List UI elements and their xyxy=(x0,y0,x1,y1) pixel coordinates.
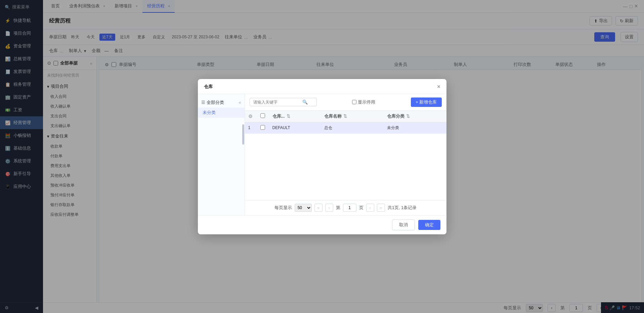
add-warehouse-button[interactable]: + 新增仓库 xyxy=(411,97,441,107)
last-page-btn[interactable]: » xyxy=(377,204,385,212)
modal-search-input[interactable] xyxy=(253,100,300,105)
th-category[interactable]: 仓库分类 ⇅ xyxy=(384,111,446,122)
page-size-select[interactable]: 50 10 20 100 xyxy=(295,204,312,212)
td-row-num: 1 xyxy=(245,122,257,133)
show-disabled-label[interactable]: 显示停用 xyxy=(352,99,375,105)
th-settings-icon: ⚙ xyxy=(248,114,253,119)
th-code-sort[interactable]: ⇅ xyxy=(287,114,290,119)
modal-right-panel: 🔍 显示停用 + 新增仓库 ⚙ xyxy=(245,94,446,215)
modal-search-icon: 🔍 xyxy=(302,100,308,105)
td-code: DEFAULT xyxy=(269,122,321,133)
modal-left-collapse-icon[interactable]: « xyxy=(239,100,241,105)
next-page-btn[interactable]: › xyxy=(366,204,374,212)
page-input[interactable] xyxy=(343,204,356,212)
page-label: 第 xyxy=(336,205,340,211)
confirm-button[interactable]: 确定 xyxy=(418,220,440,230)
th-settings[interactable]: ⚙ xyxy=(245,111,257,122)
modal-toolbar: 🔍 显示停用 + 新增仓库 xyxy=(245,94,446,111)
all-category-label: 全部分类 xyxy=(207,100,224,106)
page-suffix: 页 xyxy=(359,205,363,211)
th-category-label: 仓库分类 xyxy=(387,114,404,119)
modal-left-panel: ☰ 全部分类 « 未分类 xyxy=(198,94,245,215)
th-category-sort[interactable]: ⇅ xyxy=(406,114,410,119)
th-name-sort[interactable]: ⇅ xyxy=(343,114,347,119)
warehouse-table: ⚙ 仓库... ⇅ 仓库名称 ⇅ xyxy=(245,111,446,134)
first-page-btn[interactable]: « xyxy=(314,204,323,212)
td-category: 未分类 xyxy=(384,122,446,133)
modal-body: ☰ 全部分类 « 未分类 🔍 显示停用 xyxy=(198,94,446,215)
th-name[interactable]: 仓库名称 ⇅ xyxy=(321,111,384,122)
row-checkbox[interactable] xyxy=(260,125,265,130)
modal-table: ⚙ 仓库... ⇅ 仓库名称 ⇅ xyxy=(245,111,446,200)
show-disabled-text: 显示停用 xyxy=(358,99,375,105)
table-header: ⚙ 仓库... ⇅ 仓库名称 ⇅ xyxy=(245,111,446,122)
uncategorized-label: 未分类 xyxy=(203,110,216,115)
th-name-label: 仓库名称 xyxy=(324,114,342,119)
th-code-label: 仓库... xyxy=(272,114,285,119)
warehouse-modal: 仓库 × ☰ 全部分类 « 未分类 xyxy=(198,79,446,234)
table-row[interactable]: 1 DEFAULT 总仓 未分类 xyxy=(245,122,446,133)
prev-page-btn[interactable]: ‹ xyxy=(325,204,333,212)
add-warehouse-label: + 新增仓库 xyxy=(416,99,437,105)
modal-title: 仓库 xyxy=(204,84,213,90)
page-size-label: 每页显示 xyxy=(274,205,292,211)
modal-footer: 取消 确定 xyxy=(198,215,446,234)
modal-header: 仓库 × xyxy=(198,79,446,94)
modal-left-header[interactable]: ☰ 全部分类 « xyxy=(198,97,245,108)
modal-pagination: 每页显示 50 10 20 100 « ‹ 第 页 › » 共1页, 1条记录 xyxy=(245,200,446,215)
modal-close-button[interactable]: × xyxy=(437,84,440,90)
td-checkbox[interactable] xyxy=(257,122,269,133)
total-info: 共1页, 1条记录 xyxy=(388,205,417,211)
cancel-button[interactable]: 取消 xyxy=(392,220,415,230)
td-name: 总仓 xyxy=(321,122,384,133)
show-disabled-checkbox[interactable] xyxy=(352,100,356,104)
modal-category-uncategorized[interactable]: 未分类 xyxy=(198,108,245,118)
modal-search-box[interactable]: 🔍 xyxy=(250,98,317,106)
all-category-icon: ☰ xyxy=(201,100,205,105)
table-all-checkbox[interactable] xyxy=(260,113,265,118)
th-checkbox[interactable] xyxy=(257,111,269,122)
th-code[interactable]: 仓库... ⇅ xyxy=(269,111,321,122)
